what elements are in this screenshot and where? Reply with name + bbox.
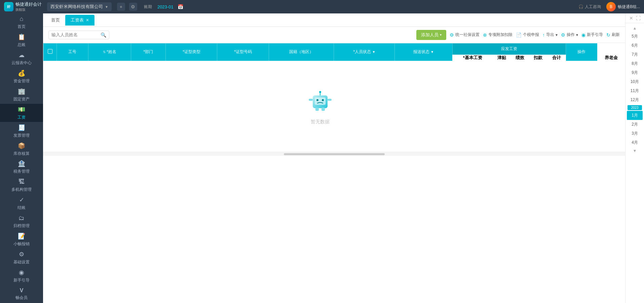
col-cert-type: *证型类型 — [166, 43, 217, 61]
panel-expand-button[interactable]: ⛶ — [635, 15, 641, 21]
archive-icon: 🗂 — [18, 215, 25, 222]
sidebar-item-guide[interactable]: ◉ 新手引导 — [0, 267, 43, 285]
main-layout: ⌂ 首页 📋 总账 ☁ 云报表中心 💰 资金管理 🏢 固定资产 💵 工资 🧾 发… — [0, 13, 644, 303]
col-number: 工号 — [57, 43, 88, 61]
sidebar-label-fixed-assets: 固定资产 — [13, 96, 30, 102]
month-item-feb[interactable]: 2月 — [626, 120, 644, 129]
period-value[interactable]: 2023-01 — [157, 4, 174, 9]
col-performance: 绩效 — [511, 55, 529, 61]
cloud-icon: ☁ — [18, 51, 25, 59]
empty-state-cell: 暂无数据 — [43, 61, 598, 152]
month-item[interactable]: 10月 — [626, 77, 644, 86]
fixed-assets-icon: 🏢 — [18, 88, 25, 95]
support-icon: 🎧 — [578, 4, 583, 9]
month-item-jan[interactable]: 1月 — [627, 111, 643, 120]
svg-rect-6 — [309, 99, 313, 101]
tax-declare-button[interactable]: 📄 个税申报 — [516, 32, 539, 38]
tab-home[interactable]: 首页 — [46, 15, 65, 26]
sidebar-item-fund[interactable]: 💰 资金管理 — [0, 68, 43, 86]
special-deduction-button[interactable]: ⊕ 专项附加扣除 — [483, 32, 513, 38]
refresh-button[interactable]: ↻ 刷新 — [606, 32, 620, 38]
sidebar-item-tax[interactable]: 🏦 税务管理 — [0, 158, 43, 176]
sidebar-label-member: 畅会员 — [15, 295, 28, 301]
col-cert-no: *证型号码 — [217, 43, 269, 61]
month-scroll-down[interactable]: ▼ — [626, 147, 644, 155]
add-person-button[interactable]: 添加人员 ▾ — [416, 30, 446, 40]
app-name: 畅捷通好会计 — [15, 2, 42, 7]
sidebar-item-cloud-report[interactable]: ☁ 云报表中心 — [0, 50, 43, 68]
sidebar-item-home[interactable]: ⌂ 首页 — [0, 13, 43, 32]
month-item[interactable]: 8月 — [626, 59, 644, 68]
period-calendar-icon[interactable]: 📅 — [178, 4, 183, 9]
sidebar-item-fixed-assets[interactable]: 🏢 固定资产 — [0, 86, 43, 104]
social-security-button[interactable]: ⚙ 统一社保设置 — [450, 32, 480, 38]
col-name: ⇅ *姓名 — [88, 43, 131, 61]
svg-point-3 — [322, 99, 324, 101]
top-bar: 好 畅捷通好会计 旗舰版 西安虾米网络科技有限公司 ▼ + ⚙ 账期 2023-… — [0, 0, 644, 13]
sidebar-item-invoice[interactable]: 🧾 发票管理 — [0, 122, 43, 140]
select-all-checkbox[interactable] — [48, 49, 52, 54]
sidebar: ⌂ 首页 📋 总账 ☁ 云报表中心 💰 资金管理 🏢 固定资产 💵 工资 🧾 发… — [0, 13, 43, 303]
month-list: ▲ 5月 6月 7月 8月 9月 10月 11月 12月 2023 1月 2月 … — [626, 23, 644, 303]
user-name: 畅捷通B组... — [618, 4, 640, 10]
month-item[interactable]: 12月 — [626, 95, 644, 104]
export-dropdown-icon: ▾ — [556, 33, 558, 37]
sidebar-label-multi-org: 多机构管理 — [11, 187, 32, 192]
col-salary-group: 应发工资 — [452, 43, 566, 55]
svg-rect-1 — [315, 97, 326, 105]
operate-dropdown-icon: ▾ — [576, 33, 578, 37]
search-box: 🔍 — [48, 31, 109, 39]
sidebar-item-multi-org[interactable]: 🏗 多机构管理 — [0, 176, 43, 194]
sidebar-item-inventory[interactable]: 📦 库存核算 — [0, 140, 43, 158]
operate-button[interactable]: ⚙ 操作 ▾ — [561, 32, 578, 38]
sidebar-label-cloud-report: 云报表中心 — [11, 60, 32, 66]
month-scroll-up[interactable]: ▲ — [626, 25, 644, 32]
month-item[interactable]: 9月 — [626, 68, 644, 77]
empty-state: 暂无数据 — [43, 61, 598, 152]
settings-button[interactable]: ⚙ — [129, 3, 137, 11]
logo-icon: 好 — [4, 2, 13, 11]
sidebar-item-salary[interactable]: 💵 工资 — [0, 104, 43, 122]
period-label: 账期 — [144, 4, 152, 10]
report-status-filter-icon[interactable]: ▼ — [430, 50, 434, 54]
sidebar-item-ledger[interactable]: 📋 总账 — [0, 32, 43, 50]
support-button[interactable]: 🎧 人工咨询 — [578, 4, 601, 10]
new-guide-button[interactable]: ◉ 新手引导 — [581, 32, 603, 38]
month-item[interactable]: 11月 — [626, 86, 644, 95]
month-item[interactable]: 6月 — [626, 41, 644, 50]
salary-table: 工号 ⇅ *姓名 *部门 *证型类型 *证型号码 国籍（地区） *人员状态 ▼ … — [43, 43, 625, 152]
horizontal-scrollbar[interactable] — [43, 152, 625, 156]
ledger-icon: 📋 — [18, 33, 25, 41]
sidebar-label-ledger: 总账 — [17, 42, 26, 48]
export-button[interactable]: ↑ 导出 ▾ — [542, 32, 558, 38]
export-label: 导出 — [546, 32, 554, 38]
sidebar-label-salary: 工资 — [17, 115, 26, 120]
tab-close-icon[interactable]: ✕ — [86, 18, 89, 23]
panel-close-button[interactable]: ✕ — [629, 15, 634, 21]
new-guide-icon: ◉ — [581, 32, 585, 38]
sidebar-item-expense[interactable]: 📝 小畅报销 — [0, 231, 43, 249]
checkout-icon: ✓ — [19, 196, 24, 204]
search-input[interactable] — [51, 32, 99, 37]
sidebar-item-checkout[interactable]: ✓ 结账 — [0, 194, 43, 213]
tab-salary[interactable]: 工资表 ✕ — [65, 15, 94, 26]
sidebar-label-fund: 资金管理 — [13, 78, 30, 84]
sidebar-item-settings[interactable]: ⚙ 基础设置 — [0, 249, 43, 267]
user-info[interactable]: B 畅捷通B组... — [606, 2, 640, 11]
social-security-icon: ⚙ — [450, 32, 454, 38]
status-filter-icon[interactable]: ▼ — [372, 50, 375, 54]
month-item[interactable]: 5月 — [626, 32, 644, 41]
add-company-button[interactable]: + — [117, 3, 125, 11]
month-item[interactable]: 7月 — [626, 50, 644, 59]
month-item-apr[interactable]: 4月 — [626, 138, 644, 147]
settings-icon: ⚙ — [19, 251, 24, 258]
col-deduction: 扣款 — [529, 55, 547, 61]
month-item-mar[interactable]: 3月 — [626, 129, 644, 138]
company-selector[interactable]: 西安虾米网络科技有限公司 ▼ — [47, 2, 112, 11]
sidebar-item-archive[interactable]: 🗂 归档管理 — [0, 213, 43, 231]
right-panel: ✕ ⛶ ▲ 5月 6月 7月 8月 9月 10月 11月 12月 2023 1月… — [625, 13, 644, 303]
sidebar-item-member[interactable]: V 畅会员 — [0, 285, 43, 303]
name-sort-icon[interactable]: ⇅ — [103, 50, 106, 54]
col-allowance: 津贴 — [493, 55, 511, 61]
svg-rect-9 — [321, 107, 325, 111]
